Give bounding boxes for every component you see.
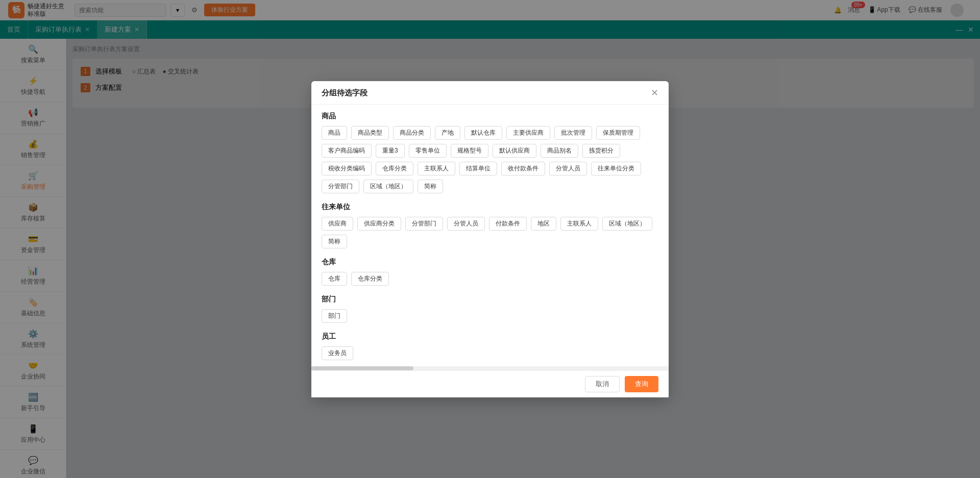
- field-tag[interactable]: 分管部门: [405, 217, 443, 231]
- field-group-partner-title: 往来单位: [322, 203, 658, 212]
- field-tag[interactable]: 分管人员: [549, 162, 587, 175]
- field-tag[interactable]: 拣货积分: [582, 144, 620, 158]
- modal-close-button[interactable]: ✕: [651, 88, 658, 97]
- field-tag[interactable]: 供应商分类: [357, 217, 401, 231]
- modal-hscroll-thumb: [311, 366, 413, 370]
- modal-title: 分组待选字段: [322, 88, 368, 98]
- field-tag[interactable]: 主联系人: [418, 162, 455, 175]
- field-tag[interactable]: 简称: [418, 180, 443, 193]
- field-tag[interactable]: 规格型号: [451, 144, 488, 158]
- field-tag[interactable]: 区域（地区）: [363, 180, 413, 193]
- field-tag[interactable]: 业务员: [322, 346, 353, 360]
- field-tag[interactable]: 客户商品编码: [322, 144, 372, 158]
- field-tag[interactable]: 地区: [531, 217, 556, 231]
- cancel-button[interactable]: 取消: [585, 376, 620, 392]
- field-tag[interactable]: 分管人员: [447, 217, 485, 231]
- field-tag[interactable]: 部门: [322, 309, 347, 323]
- field-tag[interactable]: 商品分类: [393, 126, 431, 140]
- field-group-employee: 员工 业务员: [322, 332, 658, 360]
- field-tag[interactable]: 仓库: [322, 272, 347, 286]
- modal-horizontal-scrollbar[interactable]: [311, 366, 669, 370]
- field-tag[interactable]: 保质期管理: [596, 126, 640, 140]
- field-group-department: 部门 部门: [322, 295, 658, 323]
- field-tag[interactable]: 结算单位: [459, 162, 497, 175]
- field-group-warehouse: 仓库 仓库 仓库分类: [322, 258, 658, 286]
- field-group-employee-title: 员工: [322, 332, 658, 341]
- field-tag[interactable]: 产地: [435, 126, 460, 140]
- field-tag[interactable]: 默认供应商: [493, 144, 536, 158]
- modal-header: 分组待选字段 ✕: [311, 81, 669, 105]
- field-group-product-title: 商品: [322, 112, 658, 121]
- field-group-warehouse-title: 仓库: [322, 258, 658, 267]
- field-group-department-title: 部门: [322, 295, 658, 304]
- field-list-partner: 供应商 供应商分类 分管部门 分管人员 付款条件 地区 主联系人 区域（地区） …: [322, 217, 658, 248]
- field-group-partner: 往来单位 供应商 供应商分类 分管部门 分管人员 付款条件 地区 主联系人 区域…: [322, 203, 658, 248]
- field-tag[interactable]: 商品类型: [351, 126, 389, 140]
- field-tag[interactable]: 仓库分类: [376, 162, 413, 175]
- modal-overlay: 分组待选字段 ✕ 商品 商品 商品类型 商品分类 产地 默认仓库 主要供应商 批…: [0, 0, 980, 478]
- field-tag[interactable]: 零售单位: [409, 144, 447, 158]
- field-list-warehouse: 仓库 仓库分类: [322, 272, 658, 286]
- field-tag[interactable]: 供应商: [322, 217, 353, 231]
- field-select-modal: 分组待选字段 ✕ 商品 商品 商品类型 商品分类 产地 默认仓库 主要供应商 批…: [311, 81, 669, 397]
- field-tag[interactable]: 重量3: [376, 144, 405, 158]
- field-tag[interactable]: 主要供应商: [506, 126, 550, 140]
- field-tag[interactable]: 付款条件: [489, 217, 527, 231]
- field-tag[interactable]: 仓库分类: [351, 272, 389, 286]
- modal-body: 商品 商品 商品类型 商品分类 产地 默认仓库 主要供应商 批次管理 保质期管理…: [311, 105, 669, 366]
- field-tag[interactable]: 默认仓库: [464, 126, 502, 140]
- field-tag[interactable]: 往来单位分类: [591, 162, 641, 175]
- field-tag[interactable]: 收付款条件: [501, 162, 545, 175]
- field-tag[interactable]: 批次管理: [554, 126, 592, 140]
- field-list-department: 部门: [322, 309, 658, 323]
- field-list-employee: 业务员: [322, 346, 658, 360]
- field-tag[interactable]: 税收分类编码: [322, 162, 372, 175]
- field-tag[interactable]: 商品: [322, 126, 347, 140]
- modal-footer: 取消 查询: [311, 370, 669, 397]
- field-list-product: 商品 商品类型 商品分类 产地 默认仓库 主要供应商 批次管理 保质期管理 客户…: [322, 126, 658, 193]
- field-tag[interactable]: 分管部门: [322, 180, 359, 193]
- field-tag[interactable]: 简称: [322, 235, 347, 248]
- field-group-product: 商品 商品 商品类型 商品分类 产地 默认仓库 主要供应商 批次管理 保质期管理…: [322, 112, 658, 193]
- field-tag[interactable]: 主联系人: [560, 217, 598, 231]
- confirm-button[interactable]: 查询: [625, 376, 658, 392]
- field-tag[interactable]: 区域（地区）: [602, 217, 652, 231]
- field-tag[interactable]: 商品别名: [541, 144, 578, 158]
